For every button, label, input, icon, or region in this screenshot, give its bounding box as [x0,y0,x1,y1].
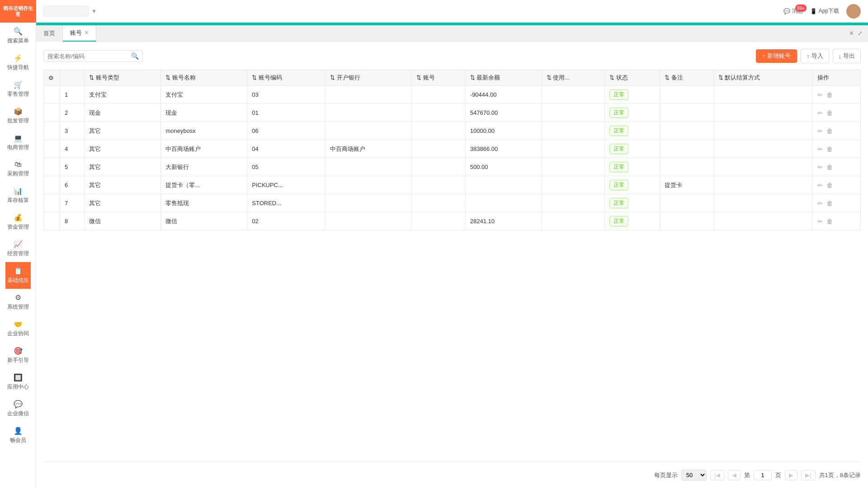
sidebar-item-6[interactable]: 📊库存核算 [5,182,31,209]
import-label: 导入 [811,52,823,60]
edit-icon-5[interactable]: ✏ [817,182,823,189]
cell-index-5: 6 [60,176,85,194]
current-page-input[interactable] [754,470,772,480]
th-settings[interactable]: ⚙ [44,70,60,86]
cell-usage-0 [542,86,605,104]
cell-balance-3: 383866.00 [465,140,542,158]
cell-status-1: 正常 [605,104,660,122]
th-usage[interactable]: ⇅ 使用... [542,70,605,86]
edit-icon-2[interactable]: ✏ [817,127,823,135]
tab-home[interactable]: 首页 [36,25,63,42]
topbar: ▾ 💬 消息 99+ 📱 App下载 [36,0,868,23]
sidebar-icon-13: 🔲 [14,373,23,382]
edit-icon-1[interactable]: ✏ [817,109,823,117]
cell-type-3: 其它 [85,140,161,158]
sidebar-icon-9: 📋 [14,267,23,275]
search-input[interactable] [47,53,128,60]
sidebar-item-3[interactable]: 📦批发管理 [5,103,31,129]
delete-icon-5[interactable]: 🗑 [826,182,833,189]
cell-type-7: 微信 [85,212,161,230]
th-balance[interactable]: ⇅ 最新余额 [465,70,542,86]
add-account-button[interactable]: + 新增账号 [756,49,797,63]
sidebar-item-13[interactable]: 🔲应用中心 [5,369,31,395]
per-page-select[interactable]: 50 100 200 [681,469,707,481]
cell-status-6: 正常 [605,194,660,212]
cell-name-2: moneybosx [161,122,247,140]
sidebar-item-5[interactable]: 🛍采购管理 [5,156,31,182]
sidebar-item-0[interactable]: 🔍搜索菜单 [5,23,31,49]
cell-account-no-2 [411,122,465,140]
delete-icon-1[interactable]: 🗑 [826,109,833,117]
sidebar-label-6: 库存核算 [7,197,29,204]
sidebar-icon-4: 💻 [14,134,23,142]
cell-type-1: 现金 [85,104,161,122]
edit-icon-7[interactable]: ✏ [817,218,823,225]
topbar-search-input[interactable] [43,6,89,17]
cell-balance-0: -90444.00 [465,86,542,104]
edit-icon-3[interactable]: ✏ [817,145,823,153]
th-default-settle[interactable]: ⇅ 默认结算方式 [713,70,812,86]
th-status[interactable]: ⇅ 状态 [605,70,660,86]
th-name[interactable]: ⇅ 账号名称 [161,70,247,86]
status-badge-0: 正常 [609,89,628,100]
sidebar-item-12[interactable]: 🎯新手引导 [5,342,31,369]
cell-usage-6 [542,194,605,212]
topbar-dropdown-icon[interactable]: ▾ [92,7,96,15]
sidebar-item-11[interactable]: 🤝企业协同 [5,315,31,342]
cell-account-no-5 [411,176,465,194]
tab-account-close[interactable]: ✕ [85,30,89,36]
edit-icon-6[interactable]: ✏ [817,200,823,207]
tabbar-close-icon[interactable]: ✕ [849,30,854,37]
edit-icon-0[interactable]: ✏ [817,91,823,99]
delete-icon-2[interactable]: 🗑 [826,127,833,135]
sidebar-label-1: 快捷导航 [7,64,29,71]
cell-type-5: 其它 [85,176,161,194]
last-page-button[interactable]: ▶| [801,470,815,480]
prev-page-button[interactable]: ◀ [728,470,741,480]
cell-usage-1 [542,104,605,122]
sidebar-item-15[interactable]: 👤畅会员 [5,422,31,449]
sidebar-item-1[interactable]: ⚡快捷导航 [5,49,31,76]
next-page-button[interactable]: ▶ [785,470,797,480]
first-page-button[interactable]: |◀ [710,470,724,480]
cell-code-7: 02 [247,212,326,230]
cell-name-1: 现金 [161,104,247,122]
delete-icon-0[interactable]: 🗑 [826,91,833,99]
tabbar-expand-icon[interactable]: ⤢ [858,30,863,37]
tab-account[interactable]: 账号 ✕ [63,25,96,42]
content-area: 🔍 + 新增账号 ↑ 导入 ↓ 导出 ⚙ ⇅ 账号类型 [36,42,868,488]
delete-icon-7[interactable]: 🗑 [826,218,833,225]
sidebar-item-8[interactable]: 📈经营管理 [5,235,31,262]
sidebar-icon-15: 👤 [14,427,23,435]
sidebar-icon-2: 🛒 [14,80,23,89]
cell-type-2: 其它 [85,122,161,140]
th-note[interactable]: ⇅ 备注 [660,70,713,86]
th-code[interactable]: ⇅ 账号编码 [247,70,326,86]
topbar-app-download[interactable]: 📱 App下载 [810,7,839,15]
delete-icon-3[interactable]: 🗑 [826,145,833,153]
sidebar-label-14: 企业微信 [7,410,29,418]
delete-icon-6[interactable]: 🗑 [826,200,833,207]
th-account-no[interactable]: ⇅ 账号 [411,70,465,86]
sidebar-item-4[interactable]: 💻电商管理 [5,129,31,156]
sidebar-item-2[interactable]: 🛒零售管理 [5,76,31,103]
sidebar-item-10[interactable]: ⚙系统管理 [5,289,31,315]
pagination-bar: 每页显示 50 100 200 |◀ ◀ 第 页 ▶ ▶| 共1页，8条记录 [43,462,861,481]
sidebar-item-9[interactable]: 📋基础信息 [5,262,31,289]
user-avatar[interactable] [846,4,861,19]
import-button[interactable]: ↑ 导入 [801,49,829,63]
sidebar-item-7[interactable]: 💰资金管理 [5,209,31,235]
topbar-messages[interactable]: 💬 消息 99+ [783,7,803,15]
cell-usage-5 [542,176,605,194]
cell-bank-6 [326,194,412,212]
status-badge-7: 正常 [609,216,628,226]
delete-icon-4[interactable]: 🗑 [826,164,833,171]
th-type[interactable]: ⇅ 账号类型 [85,70,161,86]
cell-index-7: 8 [60,212,85,230]
cell-default-settle-3 [713,140,812,158]
edit-icon-4[interactable]: ✏ [817,164,823,171]
th-bank[interactable]: ⇅ 开户银行 [326,70,412,86]
export-button[interactable]: ↓ 导出 [833,49,861,63]
sidebar-item-14[interactable]: 💬企业微信 [5,395,31,422]
cell-name-6: 零售抵现 [161,194,247,212]
